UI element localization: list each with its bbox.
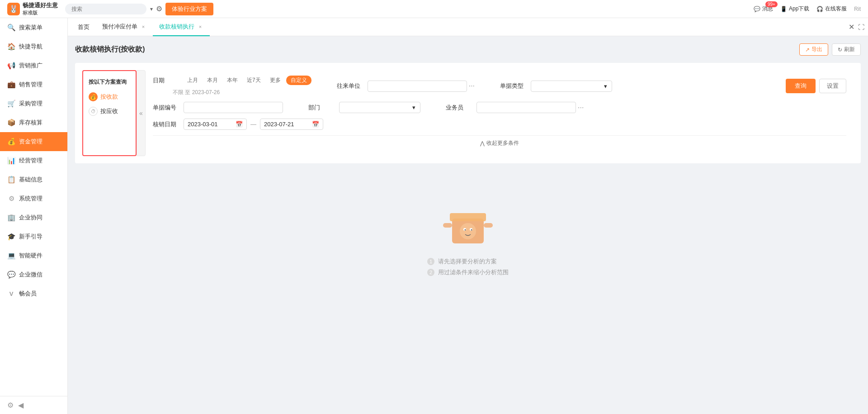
content-area: 首页 预付冲应付单 × 收款核销执行 × ✕ ⛶ 收款核销执行(按收款) ↗: [68, 18, 868, 414]
logo-char: 🐰: [9, 5, 18, 13]
sidebar-item-basic-info[interactable]: 📋 基础信息: [0, 170, 67, 189]
sidebar-item-enterprise[interactable]: 🏢 企业协同: [0, 208, 67, 227]
writeoff-date-end-input[interactable]: 2023-07-21 📅: [260, 119, 323, 130]
calendar-start-icon[interactable]: 📅: [236, 121, 243, 128]
service-icon: 🎧: [816, 6, 823, 12]
docno-input[interactable]: [184, 102, 283, 113]
sales-icon: 💼: [7, 81, 15, 89]
tab-prepay-close-icon[interactable]: ×: [140, 24, 146, 30]
date-tab-custom[interactable]: 自定义: [286, 76, 311, 85]
filter-main: 日期 上月 本月 本年 近7天 更多 自定义: [146, 70, 854, 156]
doctype-select[interactable]: ▾: [531, 81, 612, 92]
collapse-more-btn[interactable]: ⋀ 收起更多条件: [153, 135, 846, 151]
sidebar-item-operations[interactable]: 📊 经营管理: [0, 151, 67, 170]
sidebar-item-purchase[interactable]: 🛒 采购管理: [0, 94, 67, 113]
calendar-end-icon[interactable]: 📅: [312, 121, 319, 128]
tab-receipt-writeoff-close-icon[interactable]: ×: [197, 24, 203, 30]
message-btn[interactable]: 💬 消息 99+: [754, 5, 773, 13]
date-filter-group: 日期 上月 本月 本年 近7天 更多 自定义: [153, 76, 311, 96]
online-service-label: 在线客服: [825, 5, 847, 13]
sidebar-item-label-member: 畅会员: [19, 290, 37, 298]
svg-rect-7: [443, 223, 452, 228]
wechat-icon: 💬: [7, 271, 15, 279]
filter-settings-button[interactable]: 设置: [819, 79, 846, 93]
top-search-input[interactable]: [65, 4, 146, 14]
finance-icon: 💰: [7, 138, 15, 146]
filter-option-by-receipt[interactable]: 💰 按收款: [83, 90, 136, 104]
sidebar-item-system[interactable]: ⚙ 系统管理: [0, 189, 67, 208]
filter-sidebar: 按以下方案查询 💰 按收款 ⏱ 按应收: [82, 70, 137, 156]
sidebar-item-marketing[interactable]: 📢 营销推广: [0, 56, 67, 75]
sidebar-bottom: ⚙ ◀: [0, 396, 67, 414]
sidebar-item-guide[interactable]: 🎓 新手引导: [0, 227, 67, 246]
empty-tip-1: 1 请先选择要分析的方案: [427, 257, 509, 266]
bottom-settings-icon[interactable]: ⚙: [7, 401, 14, 409]
export-button[interactable]: ↗ 导出: [799, 43, 828, 56]
date-tabs: 上月 本月 本年 近7天 更多 自定义: [184, 76, 311, 85]
sidebar-item-quick-nav[interactable]: 🏠 快捷导航: [0, 37, 67, 56]
filter-collapse-btn[interactable]: «: [137, 70, 146, 156]
sidebar-item-search-menu[interactable]: 🔍 搜索菜单: [0, 18, 67, 37]
staff-dots-icon[interactable]: ···: [578, 104, 584, 112]
empty-tip-2-text: 用过滤条件来缩小分析范围: [438, 268, 509, 276]
counterparty-label: 往来单位: [337, 82, 364, 90]
counterparty-dots-icon[interactable]: ···: [469, 82, 475, 90]
sidebar-item-inventory[interactable]: 📦 库存核算: [0, 113, 67, 132]
date-tab-7days[interactable]: 近7天: [243, 76, 264, 85]
filter-option-label-receivable: 按应收: [100, 107, 118, 115]
receipt-option-icon: 💰: [89, 92, 98, 101]
empty-tips: 1 请先选择要分析的方案 2 用过滤条件来缩小分析范围: [427, 257, 509, 279]
query-button[interactable]: 查询: [786, 79, 816, 93]
date-tab-this-month[interactable]: 本月: [203, 76, 222, 85]
writeoff-date-end-value: 2023-07-21: [264, 121, 294, 128]
writeoff-date-start-value: 2023-03-01: [188, 121, 218, 128]
svg-point-5: [465, 229, 466, 231]
filter-option-by-receivable[interactable]: ⏱ 按应收: [83, 104, 136, 119]
dept-select[interactable]: ▾: [339, 102, 420, 113]
basic-info-icon: 📋: [7, 176, 15, 184]
staff-input[interactable]: [476, 102, 576, 113]
tab-home[interactable]: 首页: [71, 18, 96, 36]
app-logo: 🐰 畅捷通好生意 标准版: [7, 1, 58, 16]
enterprise-icon: 🏢: [7, 214, 15, 222]
sidebar-item-label-finance: 资金管理: [19, 138, 42, 146]
svg-point-2: [460, 223, 476, 239]
sidebar-item-member[interactable]: V 畅会员: [0, 284, 67, 303]
sidebar-item-label-basic: 基础信息: [19, 176, 42, 184]
filter-row-3: 核销日期 2023-03-01 📅 — 2023-07-21: [153, 119, 846, 130]
writeoff-date-label: 核销日期: [153, 120, 180, 128]
date-tab-more[interactable]: 更多: [266, 76, 284, 85]
date-tab-last-month[interactable]: 上月: [184, 76, 202, 85]
message-badge: 99+: [765, 1, 778, 7]
app-edition: 标准版: [23, 10, 58, 16]
refresh-button[interactable]: ↻ 刷新: [832, 43, 861, 56]
receivable-option-icon: ⏱: [89, 107, 98, 116]
sidebar-item-label-enterprise: 企业协同: [19, 214, 42, 222]
sidebar-item-finance[interactable]: 💰 资金管理: [0, 132, 67, 151]
collapse-more-label: 收起更多条件: [486, 139, 519, 147]
tab-bar-close-icon[interactable]: ✕: [849, 23, 854, 31]
tab-prepay-label: 预付冲应付单: [102, 23, 137, 31]
sidebar-item-wechat[interactable]: 💬 企业微信: [0, 265, 67, 284]
sidebar-item-hardware[interactable]: 💻 智能硬件: [0, 246, 67, 265]
industry-btn[interactable]: 体验行业方案: [165, 3, 213, 15]
app-download-btn[interactable]: 📱 App下载: [780, 5, 809, 13]
sidebar-item-sales[interactable]: 💼 销售管理: [0, 75, 67, 94]
docno-filter: 单据编号: [153, 102, 283, 113]
tab-receipt-writeoff[interactable]: 收款核销执行 ×: [153, 18, 210, 36]
staff-input-wrap: ···: [476, 102, 584, 113]
counterparty-input[interactable]: [368, 81, 467, 92]
writeoff-date-start-input[interactable]: 2023-03-01 📅: [184, 119, 247, 130]
empty-illustration: [441, 205, 495, 250]
date-row: 日期 上月 本月 本年 近7天 更多 自定义: [153, 76, 311, 85]
date-tab-this-year[interactable]: 本年: [223, 76, 241, 85]
collapse-arrow-icon: «: [139, 109, 143, 117]
sidebar-item-label-system: 系统管理: [19, 195, 42, 203]
settings-icon[interactable]: ⚙: [153, 3, 165, 15]
bottom-collapse-icon[interactable]: ◀: [18, 401, 24, 409]
tab-prepay[interactable]: 预付冲应付单 ×: [96, 18, 153, 36]
writeoff-date-filter: 核销日期 2023-03-01 📅 — 2023-07-21: [153, 119, 323, 130]
online-service-btn[interactable]: 🎧 在线客服: [816, 5, 847, 13]
tip-num-1: 1: [427, 258, 434, 265]
tab-bar-expand-icon[interactable]: ⛶: [858, 24, 864, 31]
